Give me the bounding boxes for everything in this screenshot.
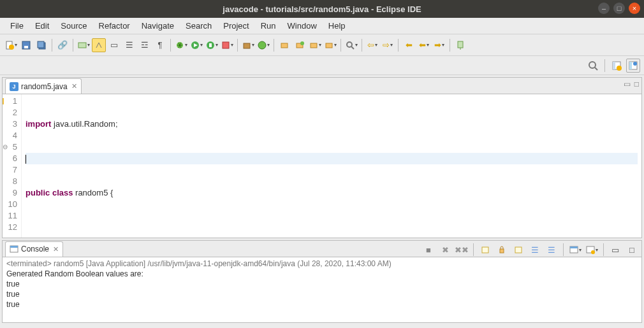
window-controls: – □ ×	[598, 3, 640, 14]
svg-rect-5	[38, 41, 44, 48]
toolbar-separator	[450, 39, 450, 52]
console-tab[interactable]: Console ✕	[5, 241, 63, 257]
svg-rect-15	[281, 43, 288, 48]
code-editor[interactable]: 1 2 3 4 5 6 7 8 9 10 11 12 import java.u…	[3, 94, 641, 238]
link-editor-icon[interactable]: 🔗	[55, 38, 70, 52]
line-gutter: 1 2 3 4 5 6 7 8 9 10 11 12	[3, 94, 22, 238]
debug-button[interactable]	[174, 38, 188, 52]
menu-refactor[interactable]: Refactor	[94, 20, 135, 32]
svg-rect-13	[244, 43, 250, 48]
console-output[interactable]: <terminated> random5 [Java Application] …	[3, 257, 641, 322]
show-console-icon[interactable]: ☰	[545, 243, 559, 257]
toggle-mark-button[interactable]	[92, 38, 106, 52]
new-java-project-button[interactable]	[308, 38, 322, 52]
pilcrow-button[interactable]: ¶	[153, 38, 167, 52]
menu-source[interactable]: Source	[55, 20, 92, 32]
open-console-icon[interactable]	[585, 243, 599, 257]
maximize-button[interactable]: □	[613, 3, 625, 14]
open-task-button[interactable]	[293, 38, 307, 52]
svg-rect-6	[78, 43, 86, 48]
new-package-button[interactable]	[241, 38, 255, 52]
show-whitespace-button[interactable]: ☰	[122, 38, 136, 52]
coverage-button[interactable]	[205, 38, 219, 52]
svg-line-24	[595, 68, 597, 70]
menu-search[interactable]: Search	[180, 20, 217, 32]
menu-navigate[interactable]: Navigate	[136, 20, 179, 32]
maximize-view-icon[interactable]: □	[634, 80, 639, 89]
toolbar-separator	[563, 243, 564, 256]
word-wrap-icon[interactable]	[511, 243, 525, 257]
external-tools-button[interactable]	[220, 38, 234, 52]
svg-rect-22	[458, 41, 463, 48]
console-line: Generated Random Boolean values are:	[6, 269, 638, 279]
toolbar-separator	[603, 243, 604, 256]
svg-point-23	[589, 62, 596, 68]
menu-help[interactable]: Help	[323, 20, 351, 32]
console-maximize-icon[interactable]: □	[625, 243, 639, 257]
toolbar-separator	[362, 39, 362, 52]
svg-point-30	[633, 62, 637, 66]
run-button[interactable]	[189, 38, 203, 52]
console-minimize-icon[interactable]: ▭	[608, 243, 622, 257]
console-panel: Console ✕ ■ ✖ ✖✖ ☰ ☰ ▭ □ <terminated> ra…	[2, 240, 642, 323]
last-edit-button[interactable]: ⬅	[402, 38, 416, 52]
svg-rect-26	[613, 62, 615, 69]
titlebar: javacode - tutorials/src/random5.java - …	[0, 0, 644, 18]
console-tab-label: Console	[21, 245, 49, 253]
toolbar-separator	[170, 39, 171, 52]
save-all-button[interactable]	[34, 38, 48, 52]
menu-edit[interactable]: Edit	[30, 20, 54, 32]
search-button[interactable]	[344, 38, 358, 52]
toggle-comment-button[interactable]	[77, 38, 91, 52]
toolbar-separator	[237, 39, 238, 52]
minimize-view-icon[interactable]: ▭	[624, 80, 631, 89]
menu-file[interactable]: File	[5, 20, 29, 32]
editor-tab[interactable]: J random5.java ✕	[5, 78, 82, 94]
tab-close-icon[interactable]: ✕	[71, 82, 77, 90]
editor-panel: J random5.java ✕ ▭ □ 1 2 3 4 5 6 7 8 9 1…	[2, 77, 642, 238]
forward-button[interactable]: ➡	[432, 38, 446, 52]
minimize-button[interactable]: –	[598, 3, 610, 14]
svg-point-14	[258, 41, 266, 49]
main-toolbar: 🔗 ▭ ☰ ☲ ¶ ⇦ ⇨ ⬅ ⬅ ➡	[0, 34, 644, 56]
java-perspective-button[interactable]	[626, 59, 640, 73]
console-status-line: <terminated> random5 [Java Application] …	[6, 259, 638, 269]
toolbar-separator	[340, 39, 341, 52]
prev-annotation-button[interactable]: ⇦	[365, 38, 379, 52]
clear-console-icon[interactable]	[478, 243, 492, 257]
menubar: File Edit Source Refactor Navigate Searc…	[0, 18, 644, 34]
open-type-button[interactable]	[277, 38, 291, 52]
scroll-lock-icon[interactable]	[495, 243, 509, 257]
toolbar-separator	[274, 39, 274, 52]
next-annotation-button[interactable]: ⇨	[381, 38, 395, 52]
remove-all-launches-icon[interactable]: ✖✖	[455, 243, 469, 257]
perspective-toolbar	[0, 56, 644, 75]
toolbar-separator	[73, 39, 73, 52]
svg-point-17	[300, 41, 304, 45]
back-button[interactable]: ⬅	[417, 38, 431, 52]
block-select-button[interactable]: ▭	[107, 38, 121, 52]
new-button[interactable]	[4, 38, 18, 52]
open-perspective-button[interactable]	[610, 59, 624, 73]
close-button[interactable]: ×	[629, 3, 640, 14]
save-button[interactable]	[19, 38, 33, 52]
toolbar-separator	[604, 59, 605, 72]
pin-editor-button[interactable]	[453, 38, 467, 52]
code-content[interactable]: import java.util.Random; public class ra…	[22, 94, 641, 238]
display-console-icon[interactable]	[568, 243, 582, 257]
new-class-button[interactable]	[256, 38, 270, 52]
menu-run[interactable]: Run	[256, 20, 281, 32]
terminate-relaunch-icon[interactable]: ■	[421, 243, 435, 257]
toolbar-separator	[398, 39, 399, 52]
console-close-icon[interactable]: ✕	[53, 245, 59, 253]
pin-console-icon[interactable]: ☰	[528, 243, 542, 257]
svg-line-21	[351, 46, 354, 49]
new-java-package-button[interactable]	[323, 38, 337, 52]
svg-rect-29	[629, 62, 632, 69]
toolbar-separator	[52, 39, 52, 52]
menu-project[interactable]: Project	[218, 20, 254, 32]
show-whitespace2-button[interactable]: ☲	[138, 38, 152, 52]
remove-launch-icon[interactable]: ✖	[438, 243, 452, 257]
quick-access-icon[interactable]	[586, 59, 600, 73]
menu-window[interactable]: Window	[282, 20, 322, 32]
